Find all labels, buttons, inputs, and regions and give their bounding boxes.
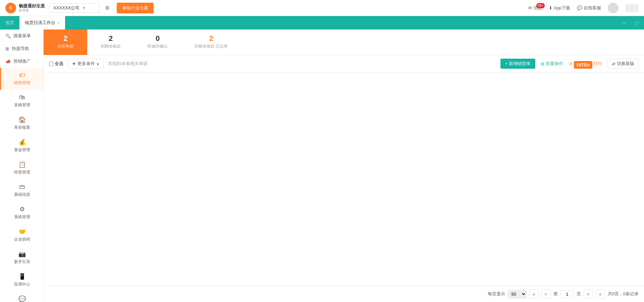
logo-text: 畅捷通好生意 标准版 <box>19 3 45 13</box>
tab-minimize-button[interactable]: ─ <box>620 18 629 27</box>
logo-icon: 6 <box>5 3 16 13</box>
stats-tabs: 2 全部单据 2 到期未收款 0 旺辅待确认 2 到期未收款 已出库 <box>44 29 644 55</box>
select-all-checkbox[interactable]: 全选 <box>49 61 63 67</box>
switch-version-button[interactable]: ⇄ 切换新版 <box>607 59 639 69</box>
chevron-down-icon: ▾ <box>83 5 85 10</box>
batch-icon: ⊞ <box>541 61 544 66</box>
service-icon: 💬 <box>577 5 582 10</box>
messages-button[interactable]: ✉ 消息 99+ <box>528 5 542 11</box>
avatar2 <box>625 4 639 12</box>
stat-tab-pending[interactable]: 0 旺辅待确认 <box>134 29 181 55</box>
add-sale-button[interactable]: + 新增销货单 <box>500 59 535 69</box>
next-page-button[interactable]: > <box>584 289 593 299</box>
sidebar-item-marketing[interactable]: 📣 营销推广 <box>0 55 43 68</box>
prev-page-button[interactable]: < <box>541 289 551 299</box>
sidebar-item-corp-wechat[interactable]: 💬 企业微信 <box>0 291 43 302</box>
stat-tab-shipped[interactable]: 2 到期未收款 已出库 <box>181 29 241 55</box>
box-icon: 🏠 <box>18 116 26 123</box>
chevron-down-icon: ∨ <box>96 61 100 66</box>
stat-all-desc: 全部单据 <box>57 44 73 49</box>
per-page-select[interactable]: 50 100 200 <box>508 290 527 298</box>
online-service-button[interactable]: 💬 在线客服 <box>577 5 601 11</box>
first-page-button[interactable]: « <box>529 289 539 299</box>
last-page-button[interactable]: » <box>596 289 605 299</box>
bag-icon: 🛍 <box>19 94 25 101</box>
database-icon: 🗃 <box>19 183 25 190</box>
main-layout: 🔍 搜索菜单 ⊞ 快捷导航 📣 营销推广 🏷 销售管理 🛍 采购管理 🏠 库存核… <box>0 29 644 302</box>
refresh-icon: ↺ <box>569 61 572 66</box>
messages-badge: 99+ <box>536 3 545 8</box>
often-badge: OfTEn <box>574 61 592 69</box>
wechat-icon: 💬 <box>18 295 26 302</box>
tab-current[interactable]: 钱货日清工作台 × <box>19 16 65 29</box>
header-right: ✉ 消息 99+ ⬇ App下载 💬 在线客服 <box>528 3 639 13</box>
filter-icon: ▼ <box>72 61 76 66</box>
chart-icon: 📋 <box>18 161 26 168</box>
sidebar-item-sales[interactable]: 🏷 销售管理 <box>0 68 43 90</box>
tab-bar-actions: ─ □ <box>620 18 644 27</box>
tab-bar: 首页 钱货日清工作台 × ─ □ <box>0 16 644 29</box>
trial-button[interactable]: 体验行业方案 <box>117 3 154 13</box>
tag-icon: 🏷 <box>19 72 25 79</box>
sidebar-item-search[interactable]: 🔍 搜索菜单 <box>0 29 43 42</box>
money-icon: 💰 <box>18 138 26 146</box>
switch-icon: ⇄ <box>612 61 615 66</box>
found-count: 0 <box>122 61 125 66</box>
page-number-input[interactable] <box>560 290 574 298</box>
apps-icon: 📱 <box>18 273 26 280</box>
found-text: 共找到 0 条相关单据 <box>108 61 148 67</box>
sidebar-item-operations[interactable]: 📋 经营管理 <box>0 157 43 179</box>
stat-pending-number: 0 <box>156 34 160 43</box>
stat-tab-all[interactable]: 2 全部单据 <box>44 29 87 55</box>
stat-overdue-desc: 到期未收款 <box>101 44 121 49</box>
gear-icon: ⚙ <box>19 205 25 213</box>
toolbar: 全选 ▼ 更多条件 ∨ 共找到 0 条相关单据 + 新增销货单 ⊞ 批量操作 <box>44 55 644 72</box>
guide-icon: 📷 <box>18 250 26 258</box>
tab-home[interactable]: 首页 <box>0 16 19 29</box>
company-selector[interactable]: XXXXXX公司 ▾ <box>49 3 99 13</box>
table-area <box>44 72 644 286</box>
filter-button[interactable]: ▼ 更多条件 ∨ <box>67 59 104 69</box>
sidebar-item-capital[interactable]: 💰 资金管理 <box>0 134 43 157</box>
message-icon: ✉ <box>528 5 532 10</box>
stat-shipped-desc: 到期未收款 已出库 <box>195 44 228 49</box>
stat-all-number: 2 <box>63 34 67 43</box>
handshake-icon: 🤝 <box>18 228 26 235</box>
sidebar-item-system[interactable]: ⚙ 系统管理 <box>0 201 43 224</box>
tab-close-icon[interactable]: × <box>57 20 60 25</box>
pagination: 每页显示 50 100 200 « < 第 页 > » 共0页，0条记录 <box>44 286 644 302</box>
sidebar: 🔍 搜索菜单 ⊞ 快捷导航 📣 营销推广 🏷 销售管理 🛍 采购管理 🏠 库存核… <box>0 29 44 302</box>
app-download-button[interactable]: ⬇ App下载 <box>549 5 570 11</box>
logo-area: 6 畅捷通好生意 标准版 <box>5 3 49 13</box>
sidebar-item-corp[interactable]: 🤝 企业协同 <box>0 224 43 246</box>
stat-tab-overdue[interactable]: 2 到期未收款 <box>87 29 134 55</box>
select-all-input[interactable] <box>49 62 53 66</box>
sidebar-item-guide[interactable]: 📷 新手引导 <box>0 246 43 269</box>
top-header: 6 畅捷通好生意 标准版 XXXXXX公司 ▾ ⚙ 体验行业方案 ✉ 消息 99… <box>0 0 644 16</box>
grid-icon: ⊞ <box>5 46 9 51</box>
sidebar-item-purchase[interactable]: 🛍 采购管理 <box>0 90 43 112</box>
stat-shipped-number: 2 <box>209 34 213 43</box>
avatar[interactable] <box>608 3 619 13</box>
toolbar-left: 全选 ▼ 更多条件 ∨ 共找到 0 条相关单据 <box>49 59 148 69</box>
sidebar-item-app-center[interactable]: 📱 应用中心 <box>0 269 43 291</box>
megaphone-icon: 📣 <box>5 59 11 64</box>
settings-icon[interactable]: ⚙ <box>102 3 113 13</box>
download-icon: ⬇ <box>549 5 552 10</box>
sidebar-item-shortcut[interactable]: ⊞ 快捷导航 <box>0 42 43 55</box>
tab-maximize-button[interactable]: □ <box>632 18 641 27</box>
sidebar-item-basic[interactable]: 🗃 基础信息 <box>0 179 43 201</box>
stat-overdue-number: 2 <box>109 34 113 43</box>
search-icon: 🔍 <box>5 34 11 39</box>
stat-pending-desc: 旺辅待确认 <box>148 44 168 49</box>
batch-operation-button[interactable]: ⊞ 批量操作 <box>541 61 563 67</box>
toolbar-right: + 新增销货单 ⊞ 批量操作 ↺ 刷新 🖨 打印 ⇄ 切换新版 <box>500 59 639 69</box>
sidebar-item-inventory[interactable]: 🏠 库存核算 <box>0 112 43 134</box>
content-area: 2 全部单据 2 到期未收款 0 旺辅待确认 2 到期未收款 已出库 全选 <box>44 29 644 302</box>
